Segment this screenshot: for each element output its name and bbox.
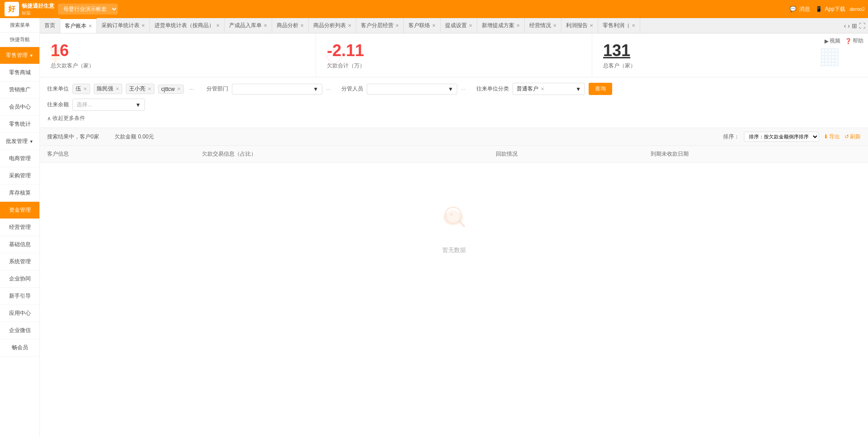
sidebar-item-operations[interactable]: 经营管理 — [0, 219, 39, 236]
tab-home[interactable]: 首页 — [40, 18, 60, 33]
tab-close-incoming[interactable]: ✕ — [216, 23, 220, 28]
filter-person-label: 分管人员 — [341, 85, 363, 93]
app-download-btn[interactable]: 📱 App下载 — [815, 5, 845, 13]
tab-product-inbound[interactable]: 产成品入库单 ✕ — [225, 18, 272, 33]
sidebar-item-inventory[interactable]: 库存核算 — [0, 185, 39, 202]
store-selector[interactable]: 母婴行业演示帐套 — [58, 4, 118, 14]
tab-customer-contact[interactable]: 客户联络 ✕ — [404, 18, 441, 33]
filter-unit-label: 往来单位 — [47, 85, 69, 93]
tab-close-purchase[interactable]: ✕ — [141, 23, 145, 28]
sidebar-item-purchase[interactable]: 采购管理 — [0, 167, 39, 185]
filter-balance-label: 往来余额 — [47, 101, 69, 109]
tab-operations[interactable]: 经营情况 ✕ — [525, 18, 561, 33]
filter-dept-more[interactable]: ··· — [326, 86, 331, 92]
tab-bar: 首页 客户账本 ✕ 采购订单统计表 ✕ 进货单统计表（按商品） ✕ 产成品入库单… — [40, 18, 868, 33]
tab-new-promo[interactable]: 新增提成方案 ✕ — [477, 18, 525, 33]
export-btn[interactable]: ⬇ 导出 — [824, 133, 840, 141]
col-customer-info: 客户信息 — [40, 146, 195, 163]
sidebar-item-member[interactable]: 畅会员 — [0, 339, 39, 356]
tab-purchase-order[interactable]: 采购订单统计表 ✕ — [97, 18, 150, 33]
empty-text: 暂无数据 — [442, 246, 466, 254]
sidebar-quick-nav[interactable]: 快捷导航 — [0, 33, 39, 47]
filter-area: 往来单位 伍 ✕ 陈民强 ✕ 王小亮 ✕ cjttcw — [40, 77, 868, 128]
tab-close-new-promo[interactable]: ✕ — [516, 23, 520, 28]
tab-close-analysis[interactable]: ✕ — [300, 23, 304, 28]
filter-dept-label: 分管部门 — [206, 85, 228, 93]
filter-category-label: 往来单位分类 — [476, 85, 509, 93]
filter-tag-unit-chen: 陈民强 ✕ — [94, 84, 122, 94]
col-repayment: 回款情况 — [489, 146, 643, 163]
filter-row-1: 往来单位 伍 ✕ 陈民强 ✕ 王小亮 ✕ cjttcw — [47, 83, 861, 95]
filter-person-select[interactable]: ▼ — [367, 84, 457, 95]
page-content: ▶ 视频 ❓ 帮助 ¥ 16 总欠款客户（家） ◇ — [40, 33, 868, 437]
filter-balance-select[interactable]: 选择... ▼ — [72, 99, 145, 111]
tab-scroll-left[interactable]: ‹ — [844, 22, 846, 29]
top-bar-right: 💬 消息 📱 App下载 demo2 — [790, 3, 863, 15]
sidebar-item-wholesale[interactable]: 批发管理 ▼ — [0, 133, 39, 150]
stat-label-3: 总客户（家） — [603, 62, 636, 70]
tab-close-customer-book[interactable]: ✕ — [88, 24, 92, 28]
filter-person-more[interactable]: ··· — [461, 86, 465, 92]
tab-scroll-right[interactable]: › — [848, 22, 850, 29]
tab-close-ops[interactable]: ✕ — [553, 23, 556, 28]
col-overdue-date: 到期未收款日期 — [643, 146, 868, 163]
sidebar-item-wecom[interactable]: 企业微信 — [0, 322, 39, 339]
main-layout: 搜索菜单 快捷导航 零售管理 ▼ 零售商城 营销推广 会员中心 零售统计 批发管… — [0, 18, 868, 437]
tab-close-retail[interactable]: ✕ — [632, 23, 635, 28]
filter-category-select[interactable]: 普通客户 ✕ ▼ — [513, 83, 585, 95]
collapse-btn[interactable]: ∧ 收起更多条件 — [47, 114, 861, 122]
filter-tag-unit-wang: 王小亮 ✕ — [126, 84, 154, 94]
sidebar-item-enterprise-collab[interactable]: 企业协同 — [0, 271, 39, 288]
sidebar-item-member-center[interactable]: 会员中心 — [0, 99, 39, 116]
sidebar-item-marketing[interactable]: 营销推广 — [0, 81, 39, 99]
tab-retail-profit[interactable]: 零售利润（ ✕ — [598, 18, 640, 33]
collapse-row: ∧ 收起更多条件 — [47, 114, 861, 122]
tab-profit-report[interactable]: 利润报告 ✕ — [561, 18, 598, 33]
query-button[interactable]: 查询 — [589, 83, 612, 95]
remove-tag-category[interactable]: ✕ — [541, 86, 544, 91]
avatar[interactable]: demo2 — [851, 3, 863, 15]
svg-point-4 — [450, 213, 453, 216]
sort-select[interactable]: 排序：按欠款金额倒序排序 — [744, 132, 819, 142]
sidebar-item-finance[interactable]: 资金管理 — [0, 202, 39, 219]
stat-value-3: 131 — [603, 41, 630, 60]
tab-expand[interactable]: ⊞ — [852, 22, 857, 29]
tab-incoming-stats[interactable]: 进货单统计表（按商品） ✕ — [150, 18, 225, 33]
message-btn[interactable]: 💬 消息 — [790, 5, 810, 13]
sidebar-item-app-center[interactable]: 应用中心 — [0, 305, 39, 322]
tab-close-tier[interactable]: ✕ — [395, 23, 399, 28]
refresh-btn[interactable]: ↺ 刷新 — [844, 133, 861, 141]
stat-total-customers: ▦ 131 总客户（家） — [592, 33, 868, 77]
sidebar-search[interactable]: 搜索菜单 — [0, 18, 39, 33]
remove-tag-cj[interactable]: ✕ — [177, 86, 181, 91]
tab-close-contact[interactable]: ✕ — [432, 23, 436, 28]
remove-tag-wang[interactable]: ✕ — [148, 86, 151, 91]
tab-customer-tier[interactable]: 客户分层经营 ✕ — [356, 18, 404, 33]
tab-close-profit[interactable]: ✕ — [590, 23, 593, 28]
tab-promotion-settings[interactable]: 提成设置 ✕ — [441, 18, 477, 33]
tab-fullscreen[interactable]: ⛶ — [859, 22, 865, 29]
tab-product-analysis[interactable]: 商品分析 ✕ — [272, 18, 309, 33]
empty-state: 暂无数据 — [40, 163, 868, 290]
sidebar-item-newbie[interactable]: 新手引导 — [0, 288, 39, 305]
stat-icon-2: ◇ — [325, 42, 343, 69]
filter-more-tags[interactable]: ··· — [187, 85, 196, 93]
sidebar-item-basic-info[interactable]: 基础信息 — [0, 236, 39, 253]
col-debt-info: 欠款交易信息（占比） — [195, 146, 489, 163]
logo-area: 好 畅捷通好生意 标版 — [5, 2, 54, 16]
sidebar-item-ecommerce[interactable]: 电商管理 — [0, 150, 39, 167]
sidebar-item-retail-stats[interactable]: 零售统计 — [0, 116, 39, 133]
tab-close-inbound[interactable]: ✕ — [264, 23, 267, 28]
tab-close-promo[interactable]: ✕ — [469, 23, 472, 28]
result-bar: 搜索结果中，客户0家 欠款金额 0.00元 排序： 排序：按欠款金额倒序排序 ⬇… — [40, 128, 868, 146]
sidebar-item-retail[interactable]: 零售管理 ▼ — [0, 47, 39, 64]
tab-product-analysis-list[interactable]: 商品分析列表 ✕ — [309, 18, 356, 33]
tab-customer-book[interactable]: 客户账本 ✕ — [60, 18, 97, 33]
filter-dept-select[interactable]: ▼ — [232, 84, 322, 95]
tab-close-analysis-list[interactable]: ✕ — [348, 23, 351, 28]
sidebar-item-retail-mall[interactable]: 零售商城 — [0, 64, 39, 81]
remove-tag-chen[interactable]: ✕ — [115, 86, 119, 91]
remove-tag-wu[interactable]: ✕ — [83, 86, 87, 91]
sidebar-item-system[interactable]: 系统管理 — [0, 253, 39, 271]
tab-controls: ‹ › ⊞ ⛶ — [841, 22, 868, 29]
